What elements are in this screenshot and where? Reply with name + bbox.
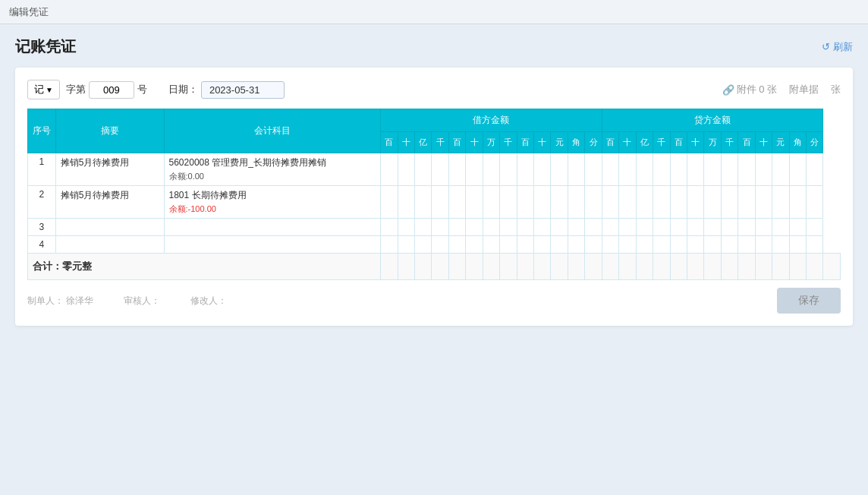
row-0-debit-8[interactable] xyxy=(517,153,533,186)
row-3-debit-2[interactable] xyxy=(414,236,431,254)
row-1-subject[interactable]: 1801 长期待摊费用余额:-100.00 xyxy=(164,186,381,219)
row-1-debit-10[interactable] xyxy=(551,186,568,219)
row-1-debit-8[interactable] xyxy=(517,186,533,219)
voucher-type-button[interactable]: 记 ▼ xyxy=(27,80,60,99)
row-3-debit-8[interactable] xyxy=(517,236,533,254)
row-0-debit-9[interactable] xyxy=(534,153,551,186)
row-2-credit-8[interactable] xyxy=(738,219,755,236)
row-1-debit-3[interactable] xyxy=(432,186,448,219)
row-2-credit-4[interactable] xyxy=(670,219,687,236)
row-3-credit-0[interactable] xyxy=(602,236,618,254)
row-2-credit-12[interactable] xyxy=(807,219,823,236)
row-0-credit-2[interactable] xyxy=(636,153,653,186)
row-1-credit-6[interactable] xyxy=(704,186,721,219)
row-1-credit-4[interactable] xyxy=(670,186,687,219)
row-3-credit-1[interactable] xyxy=(619,236,636,254)
row-2-summary[interactable] xyxy=(55,219,164,236)
row-2-credit-11[interactable] xyxy=(789,219,806,236)
row-0-debit-1[interactable] xyxy=(398,153,414,186)
row-2-credit-5[interactable] xyxy=(687,219,703,236)
row-3-debit-9[interactable] xyxy=(534,236,551,254)
row-3-debit-5[interactable] xyxy=(466,236,483,254)
row-0-credit-0[interactable] xyxy=(602,153,618,186)
row-1-credit-12[interactable] xyxy=(807,186,823,219)
row-3-debit-10[interactable] xyxy=(551,236,568,254)
row-2-credit-1[interactable] xyxy=(619,219,636,236)
attachment-link[interactable]: 🔗 附件 0 张 xyxy=(722,83,777,96)
row-3-credit-12[interactable] xyxy=(807,236,823,254)
row-1-credit-11[interactable] xyxy=(789,186,806,219)
row-0-debit-2[interactable] xyxy=(414,153,431,186)
row-2-credit-6[interactable] xyxy=(704,219,721,236)
row-0-credit-8[interactable] xyxy=(738,153,755,186)
row-2-credit-7[interactable] xyxy=(721,219,737,236)
row-1-debit-5[interactable] xyxy=(466,186,483,219)
row-3-summary[interactable] xyxy=(55,236,164,254)
row-2-debit-3[interactable] xyxy=(432,219,448,236)
row-0-subject[interactable]: 56020008 管理费用_长期待摊费用摊销余额:0.00 xyxy=(164,153,381,186)
row-0-debit-5[interactable] xyxy=(466,153,483,186)
row-2-debit-0[interactable] xyxy=(381,219,398,236)
row-3-debit-3[interactable] xyxy=(432,236,448,254)
row-3-credit-7[interactable] xyxy=(721,236,737,254)
row-2-debit-1[interactable] xyxy=(398,219,414,236)
row-0-debit-11[interactable] xyxy=(568,153,584,186)
table-row[interactable]: 4 xyxy=(28,236,841,254)
row-0-debit-0[interactable] xyxy=(381,153,398,186)
row-2-debit-9[interactable] xyxy=(534,219,551,236)
row-1-debit-12[interactable] xyxy=(585,186,602,219)
row-3-credit-5[interactable] xyxy=(687,236,703,254)
row-0-debit-12[interactable] xyxy=(585,153,602,186)
row-1-credit-7[interactable] xyxy=(721,186,737,219)
row-2-debit-4[interactable] xyxy=(448,219,465,236)
row-0-credit-12[interactable] xyxy=(807,153,823,186)
row-2-credit-10[interactable] xyxy=(772,219,789,236)
row-0-credit-5[interactable] xyxy=(687,153,703,186)
row-3-credit-4[interactable] xyxy=(670,236,687,254)
row-1-credit-8[interactable] xyxy=(738,186,755,219)
row-1-credit-10[interactable] xyxy=(772,186,789,219)
row-0-credit-9[interactable] xyxy=(755,153,772,186)
row-3-debit-7[interactable] xyxy=(500,236,517,254)
date-input[interactable] xyxy=(201,81,285,99)
row-0-credit-4[interactable] xyxy=(670,153,687,186)
table-row[interactable]: 1摊销5月待摊费用56020008 管理费用_长期待摊费用摊销余额:0.00 xyxy=(28,153,841,186)
row-0-credit-7[interactable] xyxy=(721,153,737,186)
row-0-debit-3[interactable] xyxy=(432,153,448,186)
row-0-debit-7[interactable] xyxy=(500,153,517,186)
row-2-credit-0[interactable] xyxy=(602,219,618,236)
row-3-credit-8[interactable] xyxy=(738,236,755,254)
row-3-credit-9[interactable] xyxy=(755,236,772,254)
row-3-credit-10[interactable] xyxy=(772,236,789,254)
row-0-credit-3[interactable] xyxy=(653,153,670,186)
refresh-button[interactable]: ↺ 刷新 xyxy=(822,40,853,54)
row-1-credit-9[interactable] xyxy=(755,186,772,219)
row-2-debit-11[interactable] xyxy=(568,219,584,236)
row-2-credit-2[interactable] xyxy=(636,219,653,236)
row-3-subject[interactable] xyxy=(164,236,381,254)
row-0-summary[interactable]: 摊销5月待摊费用 xyxy=(55,153,164,186)
row-3-debit-11[interactable] xyxy=(568,236,584,254)
row-1-debit-4[interactable] xyxy=(448,186,465,219)
row-1-credit-3[interactable] xyxy=(653,186,670,219)
row-0-debit-6[interactable] xyxy=(483,153,499,186)
row-2-debit-7[interactable] xyxy=(500,219,517,236)
row-1-summary[interactable]: 摊销5月待摊费用 xyxy=(55,186,164,219)
row-0-debit-4[interactable] xyxy=(448,153,465,186)
row-2-debit-6[interactable] xyxy=(483,219,499,236)
row-3-debit-6[interactable] xyxy=(483,236,499,254)
row-3-debit-1[interactable] xyxy=(398,236,414,254)
row-3-credit-3[interactable] xyxy=(653,236,670,254)
row-0-credit-6[interactable] xyxy=(704,153,721,186)
save-button[interactable]: 保存 xyxy=(777,288,841,314)
row-1-debit-11[interactable] xyxy=(568,186,584,219)
row-1-debit-9[interactable] xyxy=(534,186,551,219)
row-2-debit-12[interactable] xyxy=(585,219,602,236)
row-2-debit-8[interactable] xyxy=(517,219,533,236)
zi-input[interactable] xyxy=(89,81,134,99)
row-3-debit-0[interactable] xyxy=(381,236,398,254)
row-0-credit-11[interactable] xyxy=(789,153,806,186)
row-1-debit-7[interactable] xyxy=(500,186,517,219)
row-1-credit-2[interactable] xyxy=(636,186,653,219)
row-3-credit-6[interactable] xyxy=(704,236,721,254)
